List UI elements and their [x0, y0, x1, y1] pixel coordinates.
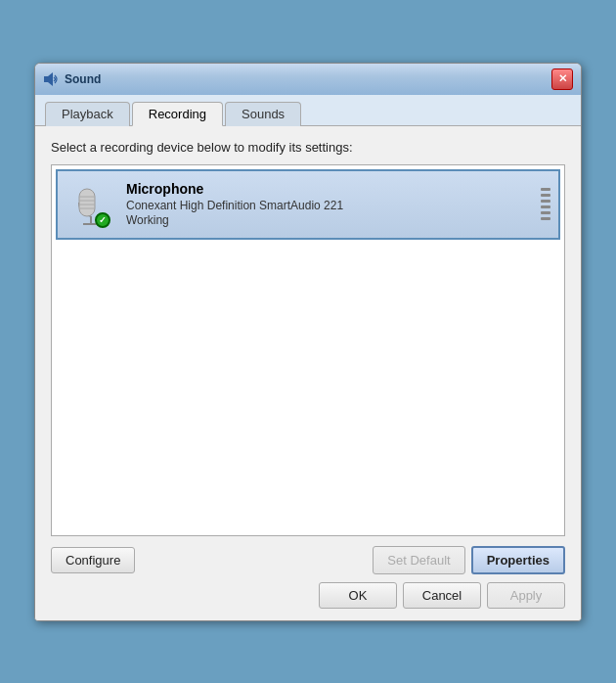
tab-playback[interactable]: Playback — [45, 102, 130, 126]
sound-icon — [43, 71, 59, 87]
device-item-microphone[interactable]: Microphone Conexant High Definition Smar… — [56, 169, 560, 240]
device-description: Conexant High Definition SmartAudio 221 — [126, 199, 535, 212]
configure-button[interactable]: Configure — [51, 547, 135, 573]
status-indicator — [95, 212, 110, 228]
device-list[interactable]: Microphone Conexant High Definition Smar… — [51, 164, 565, 536]
svg-rect-4 — [79, 189, 95, 216]
title-bar: Sound ✕ — [35, 64, 581, 95]
svg-marker-1 — [48, 72, 53, 86]
device-name: Microphone — [126, 181, 535, 197]
scroll-bars — [541, 188, 550, 220]
tab-content: Select a recording device below to modif… — [35, 126, 581, 620]
button-row-2: OK Cancel Apply — [51, 582, 565, 609]
tab-sounds[interactable]: Sounds — [225, 102, 301, 126]
svg-rect-0 — [44, 76, 48, 82]
title-bar-left: Sound — [43, 71, 101, 87]
set-default-button[interactable]: Set Default — [373, 546, 464, 574]
properties-button[interactable]: Properties — [471, 546, 565, 574]
sound-dialog: Sound ✕ Playback Recording Sounds Select… — [34, 63, 582, 621]
window-title: Sound — [65, 72, 101, 86]
apply-button[interactable]: Apply — [487, 582, 565, 609]
cancel-button[interactable]: Cancel — [403, 582, 481, 609]
microphone-icon — [66, 179, 116, 230]
right-buttons: Set Default Properties — [373, 546, 565, 574]
device-status: Working — [126, 213, 535, 227]
device-info: Microphone Conexant High Definition Smar… — [126, 181, 535, 227]
ok-button[interactable]: OK — [319, 582, 397, 609]
close-button[interactable]: ✕ — [551, 68, 573, 90]
tab-recording[interactable]: Recording — [132, 102, 223, 126]
instruction-text: Select a recording device below to modif… — [51, 140, 565, 155]
tab-bar: Playback Recording Sounds — [35, 95, 581, 126]
button-row-1: Configure Set Default Properties — [51, 546, 565, 574]
